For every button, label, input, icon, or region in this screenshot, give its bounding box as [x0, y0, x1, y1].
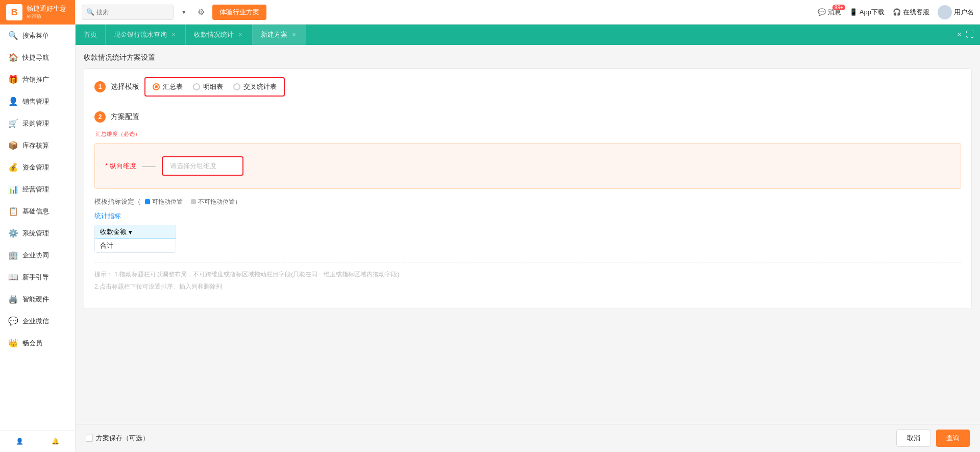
content-area: 收款情况统计方案设置 1 选择模板 汇总表 明细表 [76, 45, 980, 424]
divider1 [94, 105, 961, 105]
sidebar-footer: 👤 🔔 [0, 430, 75, 452]
sidebar-item-beginner[interactable]: 📖 新手引导 [0, 266, 75, 288]
basic-info-icon: 📋 [8, 206, 18, 216]
legend-draggable: 可拖动位置 [145, 198, 183, 206]
metrics-header: 模板指标设定（ 可拖动位置 不可拖动位置） [94, 197, 961, 206]
tab-cash-bank-close[interactable]: × [170, 31, 177, 38]
template-detail-label: 明细表 [203, 82, 223, 91]
settings-icon[interactable]: ⚙ [194, 5, 208, 19]
online-service-btn[interactable]: 🎧 在线客服 [893, 8, 929, 17]
metric-dropdown-icon[interactable]: ▾ [129, 228, 132, 236]
smart-hw-icon: 🖨️ [8, 294, 18, 304]
search-box[interactable]: 🔍 [82, 5, 174, 20]
purchase-icon: 🛒 [8, 118, 18, 128]
tab-new-plan[interactable]: 新建方案 × [253, 25, 306, 45]
sidebar-item-label: 库存核算 [22, 141, 49, 150]
topbar-right: 💬 消息 99+ 📱 App下载 🎧 在线客服 用户名 [818, 5, 974, 19]
notification-icon: 💬 [818, 8, 826, 16]
user-avatar[interactable]: 用户名 [938, 5, 974, 19]
sidebar-item-smart-hw[interactable]: 🖨️ 智能硬件 [0, 288, 75, 310]
tabs-maximize-btn[interactable]: ⛶ [966, 30, 974, 39]
sidebar-item-basic-info[interactable]: 📋 基础信息 [0, 200, 75, 222]
industry-btn[interactable]: 体验行业方案 [212, 5, 266, 20]
metrics-title: 模板指标设定（ [94, 197, 141, 206]
footer-left-btn[interactable]: 👤 [4, 435, 36, 448]
sidebar-item-member[interactable]: 👑 畅会员 [0, 332, 75, 354]
logo-badge: 标准版 [27, 13, 66, 20]
template-option-cross[interactable]: 交叉统计表 [233, 82, 277, 91]
sidebar-item-purchase[interactable]: 🛒 采购管理 [0, 112, 75, 134]
search-icon: 🔍 [86, 8, 94, 16]
step1-section: 1 选择模板 汇总表 明细表 交叉统计表 [94, 77, 961, 97]
sidebar-item-quick-nav[interactable]: 🏠 快捷导航 [0, 46, 75, 68]
sidebar-item-search-menu[interactable]: 🔍 搜索菜单 [0, 25, 75, 46]
radio-detail[interactable] [193, 83, 200, 90]
tabs-bar: 首页 现金银行流水查询 × 收款情况统计 × 新建方案 × × ⛶ [76, 25, 980, 45]
save-checkbox[interactable] [86, 435, 93, 442]
sales-icon: 👤 [8, 97, 18, 106]
notification-btn[interactable]: 💬 消息 99+ [818, 8, 841, 17]
sidebar-item-operations[interactable]: 📊 经营管理 [0, 178, 75, 200]
dimension-area: * 纵向维度 —— 请选择分组维度 [94, 143, 961, 189]
sidebar-item-system[interactable]: ⚙️ 系统管理 [0, 222, 75, 244]
footer-right-btn[interactable]: 🔔 [40, 435, 71, 448]
sidebar-item-label: 畅会员 [22, 339, 42, 348]
sidebar-item-wechat[interactable]: 💬 企业微信 [0, 310, 75, 332]
save-option[interactable]: 方案保存（可选） [86, 434, 149, 443]
metrics-table-body: 合计 [95, 239, 176, 252]
sidebar-item-label: 新手引导 [22, 273, 49, 282]
quick-nav-icon: 🏠 [8, 53, 18, 62]
query-button[interactable]: 查询 [936, 430, 970, 447]
sidebar-item-marketing[interactable]: 🎁 营销推广 [0, 68, 75, 90]
tabs-minimize-btn[interactable]: × [957, 30, 962, 39]
hint-1: 提示： 1.拖动标题栏可以调整布局，不可跨维度或指标区域拖动栏目字段(只能在同一… [94, 269, 961, 280]
sidebar-item-sales[interactable]: 👤 销售管理 [0, 90, 75, 112]
save-option-label: 方案保存（可选） [96, 434, 149, 443]
marketing-icon: 🎁 [8, 75, 18, 84]
dimension-subtitle: 汇总维度（必选） [94, 130, 961, 138]
member-icon: 👑 [8, 338, 18, 348]
main-area: 🔍 ▾ ⚙ 体验行业方案 💬 消息 99+ 📱 App下载 🎧 在线客服 用户名 [76, 0, 980, 452]
cancel-button[interactable]: 取消 [896, 430, 931, 447]
tab-collection-stats[interactable]: 收款情况统计 × [186, 25, 253, 45]
tab-new-plan-close[interactable]: × [290, 31, 298, 38]
sidebar-item-label: 企业协同 [22, 251, 49, 260]
sidebar-nav: 🔍 搜索菜单 🏠 快捷导航 🎁 营销推广 👤 销售管理 🛒 采购管理 📦 库存核… [0, 25, 75, 430]
radio-summary[interactable] [153, 83, 160, 90]
logo-icon: B [6, 4, 22, 20]
search-input[interactable] [96, 9, 169, 16]
metrics-table-header: 收款金额 ▾ [95, 225, 176, 239]
metric-name-label: 收款金额 [100, 227, 127, 236]
notification-badge: 99+ [832, 5, 845, 10]
sidebar-item-enterprise[interactable]: 🏢 企业协同 [0, 244, 75, 266]
app-download-label: App下载 [860, 8, 885, 17]
tab-home[interactable]: 首页 [76, 25, 106, 45]
template-option-summary[interactable]: 汇总表 [153, 82, 183, 91]
template-option-detail[interactable]: 明细表 [193, 82, 223, 91]
hints-section: 提示： 1.拖动标题栏可以调整布局，不可跨维度或指标区域拖动栏目字段(只能在同一… [94, 263, 961, 292]
dimension-placeholder: 请选择分组维度 [170, 161, 216, 171]
user-name-label: 用户名 [954, 8, 974, 17]
online-service-label: 在线客服 [903, 8, 929, 17]
tab-collection-stats-label: 收款情况统计 [194, 30, 234, 39]
tab-collection-stats-close[interactable]: × [237, 31, 244, 38]
footer-right-icon: 🔔 [52, 438, 59, 445]
dimension-select[interactable]: 请选择分组维度 [162, 156, 243, 176]
metrics-table: 收款金额 ▾ 合计 [94, 225, 176, 253]
sidebar-item-inventory[interactable]: 📦 库存核算 [0, 134, 75, 156]
sidebar-item-label: 基础信息 [22, 207, 49, 216]
hint-2: 2.点击标题栏下拉可设置排序、插入列和删除列 [94, 281, 961, 293]
search-dropdown-btn[interactable]: ▾ [178, 6, 190, 18]
bottom-bar: 方案保存（可选） 取消 查询 [76, 424, 980, 452]
dimension-arrow: —— [142, 162, 156, 170]
sidebar-item-label: 快捷导航 [22, 53, 49, 62]
search-menu-icon: 🔍 [8, 31, 18, 40]
radio-cross[interactable] [233, 83, 240, 90]
topbar: 🔍 ▾ ⚙ 体验行业方案 💬 消息 99+ 📱 App下载 🎧 在线客服 用户名 [76, 0, 980, 25]
metric-sum-label: 合计 [100, 242, 113, 249]
template-summary-label: 汇总表 [163, 82, 183, 91]
step2-title: 方案配置 [111, 112, 139, 122]
app-download-btn[interactable]: 📱 App下载 [849, 8, 885, 17]
tab-cash-bank[interactable]: 现金银行流水查询 × [106, 25, 186, 45]
sidebar-item-finance[interactable]: 💰 资金管理 [0, 156, 75, 178]
